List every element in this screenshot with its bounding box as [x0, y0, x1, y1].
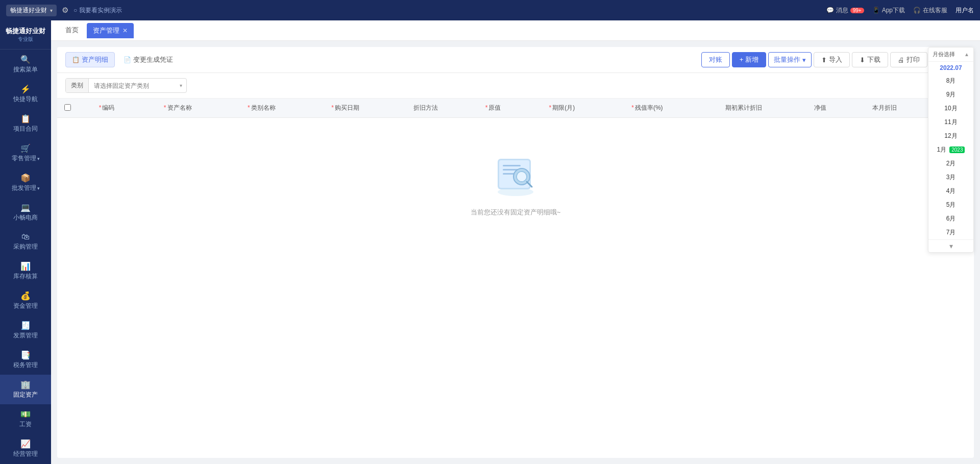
sidebar-label-salary: 工资 [19, 420, 32, 429]
reconcile-btn[interactable]: 对账 [701, 52, 730, 67]
month-item-4[interactable]: 4月 [928, 184, 973, 198]
month-prev-btn[interactable]: ▲ [964, 52, 969, 58]
asset-detail-icon: 📋 [72, 56, 80, 63]
page-content: 📋 资产明细 📄 变更生成凭证 对账 + 新增 批量操作 ▾ [51, 41, 980, 464]
sub-tab-asset-detail[interactable]: 📋 资产明细 [65, 52, 115, 67]
sidebar-label-fixed-assets: 固定资产 [13, 390, 38, 399]
col-residual-rate: *残值率(%) [602, 99, 693, 118]
col-accumulated-depreciation: 期初累计折旧 [693, 99, 795, 118]
sidebar-item-operations[interactable]: 📈 经营管理 [0, 434, 51, 463]
app-download-btn[interactable]: 📱 App下载 [872, 6, 905, 15]
main-card: 📋 资产明细 📄 变更生成凭证 对账 + 新增 批量操作 ▾ [57, 47, 974, 458]
fixed-assets-icon: 🏢 [20, 380, 31, 389]
operations-icon: 📈 [20, 439, 31, 449]
online-service-btn[interactable]: 🎧 在线客服 [913, 6, 947, 15]
empty-text: 当前您还没有固定资产明细哦~ [471, 208, 561, 217]
month-picker-panel: 月份选择 ▲ 2022.07 8月 9月 10 [928, 47, 974, 253]
asset-table-wrapper: *编码 *资产名称 *类别名称 *购买日期 折旧方法 *原值 *期限(月) *残… [57, 99, 974, 458]
sidebar-label-wholesale: 批发管理 [12, 184, 36, 192]
settings-icon[interactable]: ⚙ [62, 6, 68, 15]
col-monthly-depreciation: 本月折旧 [846, 99, 922, 118]
month-item-1-new-year[interactable]: 1月 2023 [928, 143, 973, 157]
finance-icon: 💰 [20, 291, 31, 301]
app-download-label: App下载 [882, 6, 905, 15]
batch-dropdown-icon: ▾ [802, 56, 806, 64]
col-period-months: *期限(月) [522, 99, 602, 118]
sidebar-item-project[interactable]: 📋 项目合同 [0, 109, 51, 138]
sidebar-brand: 畅捷通好业财 专业版 [0, 20, 51, 50]
sidebar-item-quick-nav[interactable]: ⚡ 快捷导航 [0, 79, 51, 109]
month-item-10[interactable]: 10月 [928, 102, 973, 115]
company-selector[interactable]: 畅捷通好业财 ▾ [6, 5, 57, 16]
sidebar-item-wholesale[interactable]: 📦 批发管理 ▾ [0, 168, 51, 198]
download-btn[interactable]: ⬇ 下载 [852, 52, 888, 67]
batch-label: 批量操作 [774, 55, 800, 64]
app-icon: 📱 [872, 7, 880, 14]
batch-operations-btn[interactable]: 批量操作 ▾ [768, 52, 812, 67]
sidebar-item-search[interactable]: 🔍 搜索菜单 [0, 50, 51, 79]
month-list: 2022.07 8月 9月 10月 11月 12月 [928, 62, 973, 239]
tax-icon: 📑 [20, 350, 31, 360]
invoice-icon: 🧾 [20, 321, 31, 330]
tab-home-label: 首页 [65, 26, 79, 34]
month-item-3[interactable]: 3月 [928, 170, 973, 184]
table-header-row: *编码 *资产名称 *类别名称 *购买日期 折旧方法 *原值 *期限(月) *残… [57, 99, 974, 118]
month-item-7[interactable]: 7月 [928, 226, 973, 239]
sub-tab-change-voucher[interactable]: 📄 变更生成凭证 [117, 52, 180, 67]
download-icon: ⬇ [860, 56, 865, 64]
company-chevron-icon: ▾ [50, 8, 53, 13]
month-item-9[interactable]: 9月 [928, 88, 973, 102]
col-purchase-date: *购买日期 [303, 99, 387, 118]
month-item-6[interactable]: 6月 [928, 212, 973, 226]
sidebar-item-ecommerce[interactable]: 💻 小畅电商 [0, 198, 51, 227]
filter-toolbar: 类别 ▾ [57, 73, 974, 99]
sidebar-item-retail[interactable]: 🛒 零售管理 ▾ [0, 138, 51, 168]
search-icon: 🔍 [20, 55, 31, 64]
message-label: 消息 [836, 6, 848, 15]
svg-rect-3 [503, 165, 521, 166]
tab-close-icon[interactable]: ✕ [122, 27, 128, 34]
month-item-11[interactable]: 11月 [928, 115, 973, 129]
sub-tab-change-voucher-label: 变更生成凭证 [133, 55, 173, 64]
col-original-value: *原值 [464, 99, 522, 118]
category-filter-input[interactable] [89, 80, 176, 92]
print-btn[interactable]: 🖨 打印 [890, 52, 927, 67]
tab-home[interactable]: 首页 [57, 21, 87, 40]
select-all-checkbox[interactable] [64, 104, 71, 111]
col-code: *编码 [78, 99, 136, 118]
tab-asset-mgmt-label: 资产管理 [93, 26, 119, 35]
headset-icon: 🎧 [913, 7, 921, 14]
sidebar-item-fixed-assets[interactable]: 🏢 固定资产 [0, 375, 51, 404]
demo-link[interactable]: 我要看实例演示 [74, 6, 122, 15]
sidebar-item-invoice[interactable]: 🧾 发票管理 [0, 315, 51, 345]
message-btn[interactable]: 💬 消息 99+ [826, 6, 864, 15]
month-item-12[interactable]: 12月 [928, 129, 973, 143]
import-label: 导入 [829, 55, 842, 64]
user-name[interactable]: 用户名 [955, 6, 974, 15]
sidebar-item-tax[interactable]: 📑 税务管理 [0, 345, 51, 375]
sidebar-item-purchase[interactable]: 🛍 采购管理 [0, 227, 51, 256]
month-item-2[interactable]: 2月 [928, 157, 973, 170]
month-item-current[interactable]: 2022.07 [928, 62, 973, 74]
col-category-name: *类别名称 [219, 99, 303, 118]
top-bar-right: 💬 消息 99+ 📱 App下载 🎧 在线客服 用户名 [826, 6, 974, 15]
month-item-8[interactable]: 8月 [928, 74, 973, 88]
import-btn[interactable]: ⬆ 导入 [814, 52, 850, 67]
sidebar-label-project: 项目合同 [13, 125, 38, 133]
add-btn[interactable]: + 新增 [732, 52, 766, 67]
purchase-icon: 🛍 [21, 232, 30, 241]
category-filter[interactable]: 类别 ▾ [65, 78, 187, 93]
sidebar-label-search: 搜索菜单 [13, 65, 38, 74]
tab-asset-mgmt[interactable]: 资产管理 ✕ [87, 23, 134, 38]
wholesale-icon: 📦 [20, 173, 31, 183]
col-depreciation-method: 折旧方法 [387, 99, 464, 118]
ecommerce-icon: 💻 [20, 203, 31, 212]
quick-nav-icon: ⚡ [20, 84, 31, 94]
salary-icon: 💵 [20, 409, 31, 419]
sidebar-item-inventory[interactable]: 📊 库存核算 [0, 256, 51, 286]
month-item-5[interactable]: 5月 [928, 198, 973, 212]
month-next-btn[interactable]: ▾ [949, 242, 953, 250]
sidebar-item-finance[interactable]: 💰 资金管理 [0, 286, 51, 315]
category-dropdown-icon[interactable]: ▾ [176, 80, 186, 91]
sidebar-item-salary[interactable]: 💵 工资 [0, 404, 51, 434]
